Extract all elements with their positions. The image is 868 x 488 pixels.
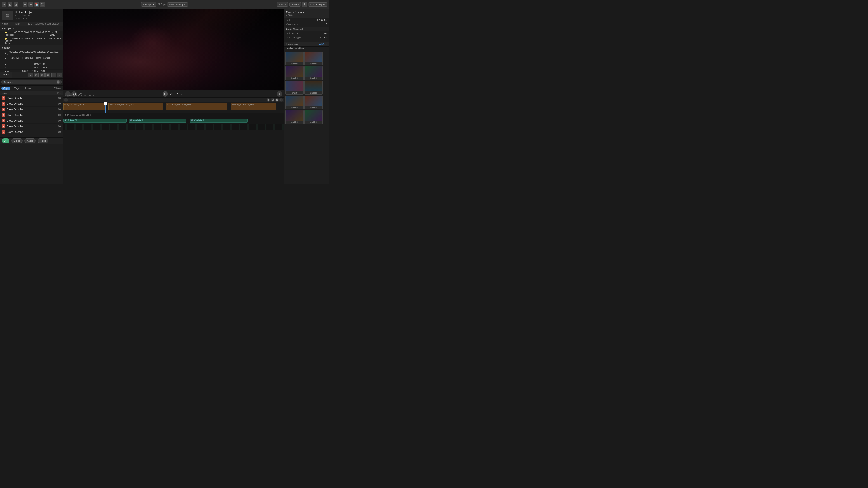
minimize-btn[interactable]: ◐ [8,2,12,7]
transition-thumb-6[interactable]: Untitled [305,81,322,95]
filter-audio-button[interactable]: Audio [24,138,36,143]
view-amount-label: View Amount [286,23,326,26]
audio-clip-2[interactable]: 🔊 Untitled All [129,119,186,123]
filter-tab-clips[interactable]: Clips [1,87,10,90]
inspector-field-fade-out: Fade Out Type S-curve [284,35,329,40]
library-dropdown[interactable]: All Clips ▾ [141,2,156,6]
info-button[interactable]: ℹ [302,2,307,7]
maximize-btn[interactable]: ◑ [13,2,18,7]
transition-thumb-img-2 [305,52,322,62]
result-pos-6: 00: [55,125,61,128]
search-input[interactable] [7,80,56,84]
col-name-header: Name [2,23,8,25]
timeline-clip-2[interactable]: VELOSCAM_0001 2021_TRND [108,103,163,110]
view-toggle-4[interactable]: ⊠ [45,73,51,77]
clips-section[interactable]: ▾ Clips [0,45,63,50]
result-row-5[interactable]: ⊠ Cross Dissolve 00: [0,118,63,124]
filter-all-button[interactable]: All [2,138,9,143]
library-row-thuz[interactable]: ▶ Thuz 00:00:00:00 00:00:01:02 00:00:01:… [0,50,63,56]
timeline-tool-1[interactable]: ⊞ [267,98,270,102]
all-clips-label: All Clips [158,3,166,6]
zoom-fit-button[interactable]: ⊕ [277,91,282,97]
transition-thumb-img-1 [286,52,304,62]
search-clear-button[interactable]: ✕ [57,80,60,84]
filter-video-button[interactable]: Video [11,138,23,143]
timeline-clip-3[interactable]: CLOGCAM_0001 2021_TRND [166,103,227,110]
timeline-tool-3[interactable]: ⊠ [275,98,279,102]
transition-thumb-1[interactable]: Untitled [285,52,304,65]
timeline-clip-1[interactable]: PCB_0142 2021_TRND [63,103,105,110]
projects-section[interactable]: ▾ Projects [0,26,63,31]
more-toggle[interactable]: ▾ [57,73,62,77]
result-icon-7: ⊠ [2,130,5,134]
transition-thumb-label-10: Untitled [305,121,322,124]
transition-thumb-smear[interactable]: Smear [285,81,304,95]
result-pos-1: 00: [55,97,61,99]
result-row-2[interactable]: ⊠ Cross Dissolve 00: [0,101,63,107]
playback-controls: ⟨ ◀◀ Gyr ▶ 2:17:23 ⊕ Untitled Project 00… [63,90,284,98]
add-project-button[interactable]: 🎬 [40,2,45,7]
index-panel: Index ≡ ⊞ ⊟ ⊠ ↑ ▾ 🔍 ✕ [0,72,63,144]
back-button[interactable]: ⬅ [23,2,27,7]
transition-thumb-7[interactable]: Untitled [285,96,304,109]
search-container: 🔍 ✕ [0,78,63,86]
filter-tab-roles[interactable]: Roles [23,87,33,90]
project-thumbnail: 🎬 [2,11,13,20]
results-header: Name Pos [0,91,63,95]
share-button[interactable]: Share Project [308,2,327,6]
transition-thumb-8[interactable]: Untitled [305,96,322,109]
close-btn[interactable]: ● [2,2,6,7]
filter-titles-button[interactable]: Titles [37,138,49,143]
transition-thumb-9[interactable]: Untitled [285,110,304,124]
library-row-clip3[interactable]: ▶ — Oct 27, 2018 [0,62,63,66]
project-dropdown[interactable]: Untitled Project [167,2,188,6]
transition-thumb-10[interactable]: Untitled [305,110,322,124]
library-row-facebook[interactable]: 📁 Facebook 00:00:00:00 00:04:05:00 00:04… [0,31,63,37]
timeline-header: ⟨ ⊞ ⊟ ⊠ ◧ [63,98,284,102]
transition-thumb-4[interactable]: Untitled [305,66,322,80]
forward-button[interactable]: ➡ [29,2,33,7]
result-row-1[interactable]: ⊠ Cross Dissolve 00: [0,95,63,101]
transition-thumb-label-smear: Smear [286,91,303,94]
inspector-field-fade-in: Fade In Type S-curve [284,31,329,35]
timeline-tool-2[interactable]: ⊟ [271,98,274,102]
view-toggle-1[interactable]: ≡ [28,73,33,77]
preview-area [63,9,284,90]
result-pos-5: 00: [55,120,61,122]
timeline-tool-4[interactable]: ◧ [279,98,283,102]
result-row-6[interactable]: ⊠ Cross Dissolve 00: [0,124,63,129]
transitions-section: Transitions All Clips Installed Transiti… [284,42,329,125]
library-row-untitled[interactable]: 📁 Untitled Project 00:00:00:00 00:08:22:… [0,37,63,45]
result-name-2: Cross Dissolve [7,102,53,105]
library-row-clip5[interactable]: ▶ — 00:00:10:00 Nov 5, 2018 [0,70,63,72]
filter-tab-tags[interactable]: Tags [12,87,21,90]
transitions-link[interactable]: All Clips [319,43,327,45]
view-toggle-2[interactable]: ⊞ [34,73,39,77]
zoom-dropdown[interactable]: 41% ▾ [277,2,288,6]
transition-thumb-img-3 [286,66,304,76]
library-header: Name Start End Duration Content Created [0,22,63,26]
timeline-clip-4[interactable]: VRISCO_ACTH 2021_TRND [230,103,276,110]
project-header: 🎬 Untitled Project 11/13, 4:19 PM 08/08 … [0,9,63,22]
transition-thumbnails: Untitled Untitled Untitled Untitled Smea… [284,50,329,125]
waveform-track [63,124,284,130]
result-row-4[interactable]: ⊠ Cross Dissolve 00: [0,112,63,118]
cursor-toggle[interactable]: ↑ [51,73,56,77]
result-row-7[interactable]: ⊠ Cross Dissolve 00: [0,129,63,135]
audio-clip-1[interactable]: 🔊 Untitled All [63,119,127,123]
tab-index[interactable]: Index [0,72,11,78]
transition-thumb-3[interactable]: Untitled [285,66,304,80]
add-library-button[interactable]: 📚 [34,2,39,7]
timeline-rewind[interactable]: ⟨ [64,98,68,102]
play-button[interactable]: ▶ [162,91,168,97]
library-row-clip2[interactable]: ▶ — 00:04:31:11 00:04:31:11 Mar 17, 2018 [0,56,63,62]
library-row-clip4[interactable]: ▶ — Oct 27, 2018 [0,66,63,70]
transition-thumb-2[interactable]: Untitled [305,52,322,65]
audio-clip-3[interactable]: 🔊 Untitled All [190,119,248,123]
inspector-subtitle: Video ... [286,14,327,16]
view-toggle-3[interactable]: ⊟ [39,73,44,77]
view-dropdown[interactable]: View ▾ [289,2,301,6]
result-icon-2: ⊠ [2,102,5,105]
right-panel: Cross Dissolve Video ... Fall In & Out .… [284,9,329,184]
result-row-3[interactable]: ⊠ Cross Dissolve 00: [0,107,63,112]
